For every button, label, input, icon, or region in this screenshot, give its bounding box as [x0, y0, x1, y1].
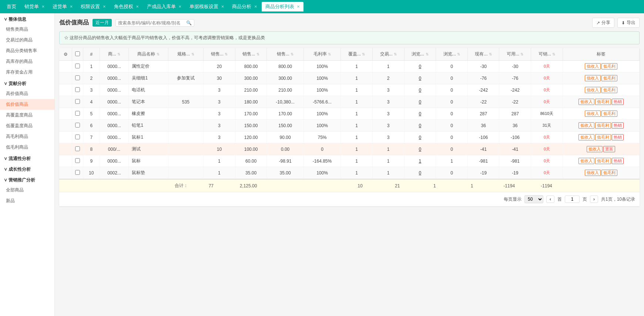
nav-template-close[interactable]: ×	[221, 4, 224, 9]
col-stock1[interactable]: 现有... ⇅	[467, 48, 499, 61]
row-browse1[interactable]: 0	[404, 120, 436, 132]
col-s1[interactable]: 销售... ⇅	[204, 48, 235, 61]
page-size-select[interactable]: 50 100 200	[524, 195, 543, 203]
sidebar-item-stock-capital[interactable]: 库存资金占用	[0, 67, 54, 78]
row-browse1[interactable]: 0	[404, 72, 436, 84]
row-checkbox-cell[interactable]	[72, 84, 83, 96]
row-checkbox-cell[interactable]	[72, 61, 83, 72]
row-checkbox-cell[interactable]	[72, 132, 83, 143]
nav-purchase-close[interactable]: ×	[70, 4, 73, 9]
sidebar-group-circulation[interactable]: ∨ 流通性分析	[0, 153, 54, 163]
export-btn[interactable]: ⬇ 导出	[617, 18, 640, 28]
row-checkbox-cell[interactable]	[72, 143, 83, 155]
row-trade: 1	[372, 155, 404, 167]
select-all-checkbox[interactable]	[75, 51, 80, 56]
col-gross[interactable]: 毛利率 ⇅	[303, 48, 341, 61]
col-checkbox[interactable]	[72, 48, 83, 61]
nav-sales[interactable]: 销货单 ×	[21, 2, 48, 11]
row-browse1[interactable]: 0	[404, 143, 436, 155]
col-browse2[interactable]: 浏览... ⇅	[436, 48, 468, 61]
first-page-btn[interactable]: ‹	[546, 196, 554, 203]
row-checkbox[interactable]	[75, 135, 80, 139]
row-checkbox[interactable]	[75, 87, 80, 92]
col-cover[interactable]: 覆盖... ⇅	[341, 48, 373, 61]
time-filter-btn[interactable]: 近一月	[93, 19, 112, 27]
row-code: 0000...	[100, 61, 129, 72]
sidebar-group-growth[interactable]: ∨ 成长性分析	[0, 163, 54, 174]
row-checkbox[interactable]	[75, 111, 80, 116]
sidebar-item-low-coverage[interactable]: 低覆盖度商品	[0, 120, 54, 131]
sidebar-item-low-value[interactable]: 低价值商品	[0, 99, 54, 110]
row-browse1[interactable]: 0	[404, 132, 436, 143]
col-stock2[interactable]: 可用... ⇅	[499, 48, 531, 61]
search-input[interactable]	[118, 20, 185, 26]
row-gross: 100%	[303, 167, 341, 179]
col-settings[interactable]: ⚙	[59, 48, 72, 61]
sidebar-item-sales-goods[interactable]: 销售类商品	[0, 24, 54, 35]
row-checkbox-cell[interactable]	[72, 108, 83, 120]
row-checkbox[interactable]	[75, 64, 80, 68]
page-input[interactable]	[565, 196, 580, 203]
sidebar-item-high-value[interactable]: 高价值商品	[0, 88, 54, 99]
next-page-btn[interactable]: ›	[590, 196, 598, 203]
row-browse2: 0	[436, 167, 468, 179]
sidebar-group-contribution[interactable]: ∨ 贡献分析	[0, 78, 54, 88]
nav-goods-list-close[interactable]: ×	[297, 4, 300, 9]
nav-inbound-close[interactable]: ×	[179, 4, 182, 9]
col-name[interactable]: 商品名称 ⇅	[129, 48, 168, 61]
row-checkbox[interactable]	[75, 158, 80, 163]
col-trade[interactable]: 交易... ⇅	[372, 48, 404, 61]
row-trade: 1	[372, 167, 404, 179]
row-checkbox[interactable]	[75, 99, 80, 104]
nav-home[interactable]: 首页	[3, 2, 20, 11]
col-s2[interactable]: 销售... ⇅	[235, 48, 267, 61]
row-checkbox[interactable]	[75, 123, 80, 128]
row-checkbox-cell[interactable]	[72, 96, 83, 108]
nav-permissions-close[interactable]: ×	[103, 4, 106, 9]
row-browse1[interactable]: 0	[404, 61, 436, 72]
nav-purchase[interactable]: 进货单 ×	[49, 2, 76, 11]
nav-permissions[interactable]: 权限设置 ×	[77, 2, 109, 11]
sidebar-item-new-goods[interactable]: 新品	[0, 196, 54, 206]
nav-goods-analysis[interactable]: 商品分析 ×	[228, 2, 261, 11]
col-sellable[interactable]: 可销... ⇅	[531, 48, 563, 61]
sidebar-item-traded-goods[interactable]: 交易过的商品	[0, 35, 54, 45]
row-browse1[interactable]: 0	[404, 108, 436, 120]
row-browse1[interactable]: 1	[404, 155, 436, 167]
row-browse1[interactable]: 0	[404, 84, 436, 96]
export-icon: ⬇	[621, 20, 625, 26]
row-s3: 210.00	[267, 84, 303, 96]
nav-template[interactable]: 单据模板设置 ×	[186, 2, 228, 11]
row-checkbox[interactable]	[75, 170, 80, 175]
sidebar-group-marketing[interactable]: ∨ 营销推广分析	[0, 174, 54, 185]
sidebar-item-all-goods[interactable]: 全部商品	[0, 185, 54, 196]
row-checkbox-cell[interactable]	[72, 167, 83, 179]
nav-goods-analysis-close[interactable]: ×	[254, 4, 257, 9]
sidebar-item-high-coverage[interactable]: 高覆盖度商品	[0, 110, 54, 120]
row-browse1[interactable]: 0	[404, 167, 436, 179]
sidebar-item-high-margin[interactable]: 高毛利商品	[0, 131, 54, 142]
row-num: 10	[83, 167, 100, 179]
row-browse1[interactable]: 0	[404, 96, 436, 108]
col-s3[interactable]: 销售... ⇅	[267, 48, 303, 61]
nav-sales-close[interactable]: ×	[42, 4, 45, 9]
col-code[interactable]: 商... ⇅	[100, 48, 129, 61]
nav-roles[interactable]: 角色授权 ×	[110, 2, 142, 11]
row-checkbox[interactable]	[75, 146, 80, 151]
settings-cell	[59, 120, 72, 132]
sidebar-group-overall[interactable]: ∨ 整体信息	[0, 13, 54, 24]
row-checkbox-cell[interactable]	[72, 120, 83, 132]
sidebar-item-low-margin[interactable]: 低毛利商品	[0, 142, 54, 153]
col-browse1[interactable]: 浏览... ⇅	[404, 48, 436, 61]
col-spec[interactable]: 规格... ⇅	[168, 48, 203, 61]
nav-inbound[interactable]: 产成品入库单 ×	[143, 2, 185, 11]
sidebar-item-high-stock[interactable]: 高库存的商品	[0, 56, 54, 67]
share-btn[interactable]: ↗ 分享	[592, 18, 614, 28]
search-icon[interactable]: 🔍	[186, 20, 192, 26]
row-checkbox-cell[interactable]	[72, 155, 83, 167]
row-checkbox-cell[interactable]	[72, 72, 83, 84]
nav-roles-close[interactable]: ×	[136, 4, 139, 9]
sidebar-item-category-rate[interactable]: 商品分类销售率	[0, 45, 54, 56]
nav-goods-list[interactable]: 商品分析列表 ×	[262, 2, 303, 11]
row-checkbox[interactable]	[75, 75, 80, 80]
